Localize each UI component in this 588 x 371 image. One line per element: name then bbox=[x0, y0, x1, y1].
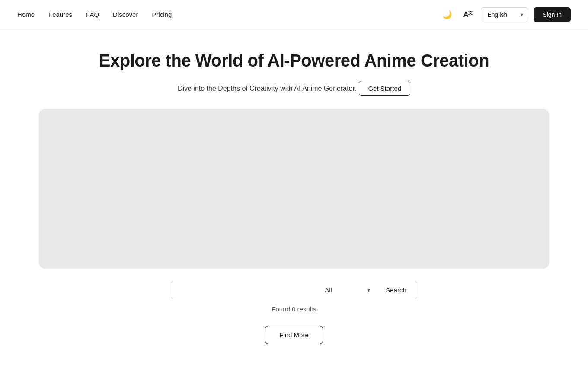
nav-link-home[interactable]: Home bbox=[17, 11, 35, 18]
language-selector: English 日本語 中文 Español Français ▼ bbox=[481, 7, 528, 22]
category-select[interactable]: All Anime Manga Character Background bbox=[318, 281, 375, 299]
hero-section: Explore the World of AI-Powered Anime Cr… bbox=[0, 29, 588, 109]
nav-link-pricing[interactable]: Pricing bbox=[152, 11, 172, 18]
language-select[interactable]: English 日本語 中文 Español Français bbox=[481, 7, 528, 22]
signin-button[interactable]: Sign In bbox=[534, 7, 571, 22]
nav-right: 🌙 A文 English 日本語 中文 Español Français ▼ S… bbox=[439, 7, 571, 22]
nav-link-features[interactable]: Feaures bbox=[48, 11, 72, 18]
nav-link-discover[interactable]: Discover bbox=[113, 11, 138, 18]
hero-title: Explore the World of AI-Powered Anime Cr… bbox=[17, 51, 571, 70]
search-button[interactable]: Search bbox=[375, 281, 417, 299]
results-count: Found 0 results bbox=[272, 305, 316, 313]
navbar: Home Feaures FAQ Discover Pricing 🌙 A文 E… bbox=[0, 0, 588, 29]
hero-subtitle-row: Dive into the Depths of Creativity with … bbox=[17, 81, 571, 96]
find-more-button[interactable]: Find More bbox=[265, 326, 323, 344]
translate-button[interactable]: A文 bbox=[460, 7, 476, 22]
search-row: All Anime Manga Character Background ▼ S… bbox=[171, 281, 417, 299]
nav-links: Home Feaures FAQ Discover Pricing bbox=[17, 11, 172, 18]
hero-image-placeholder bbox=[39, 109, 549, 269]
dark-mode-button[interactable]: 🌙 bbox=[439, 7, 455, 22]
hero-subtitle-text: Dive into the Depths of Creativity with … bbox=[178, 85, 357, 92]
category-selector: All Anime Manga Character Background ▼ bbox=[318, 281, 375, 299]
nav-link-faq[interactable]: FAQ bbox=[86, 11, 99, 18]
search-input[interactable] bbox=[171, 281, 318, 299]
get-started-button[interactable]: Get Started bbox=[359, 81, 410, 96]
search-section: All Anime Manga Character Background ▼ S… bbox=[0, 269, 588, 321]
find-more-section: Find More bbox=[0, 321, 588, 357]
moon-icon: 🌙 bbox=[442, 10, 452, 19]
translate-icon: A文 bbox=[463, 10, 473, 19]
